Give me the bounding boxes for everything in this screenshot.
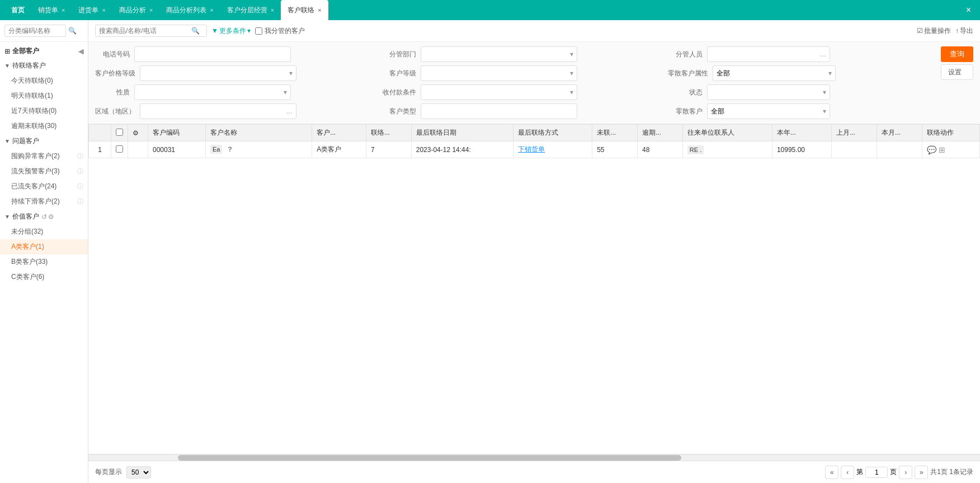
sidebar-item-hoarding[interactable]: 囤购异常客户(2) ⓘ: [0, 149, 88, 164]
nav-tab-goods-list[interactable]: 商品分析列表 ×: [159, 0, 220, 20]
filter-retailcust-value: 全部: [711, 107, 724, 116]
th-action: 联络动作: [922, 125, 979, 141]
filter-my-customers[interactable]: 我分管的客户: [255, 26, 305, 36]
table-select-all[interactable]: [116, 129, 123, 136]
sidebar-group-value-refresh[interactable]: ↺: [41, 213, 47, 221]
sidebar-group-value-settings[interactable]: ⚙: [48, 213, 54, 221]
sidebar-item-lostwarning[interactable]: 流失预警客户(3) ⓘ: [0, 164, 88, 179]
sidebar-collapse-icon[interactable]: ◀: [78, 48, 83, 55]
sidebar-item-class-c[interactable]: C类客户(6): [0, 269, 88, 285]
filter-nature-select[interactable]: ▾: [134, 84, 291, 100]
filter-payment-label: 收付款条件: [381, 88, 421, 97]
filter-dept-field: 分管部门 ▾: [381, 46, 646, 62]
export-icon: ↑: [955, 27, 959, 35]
sidebar-item-ungroup[interactable]: 未分组(32): [0, 224, 88, 239]
filter-customerlevel-label: 客户等级: [381, 69, 421, 78]
filter-status-select[interactable]: ▾: [707, 84, 830, 100]
sidebar-group-pending[interactable]: ▼ 待联络客户: [0, 58, 88, 73]
nav-tab-purchase-close[interactable]: ×: [102, 7, 105, 13]
query-button[interactable]: 查询: [941, 46, 973, 62]
nav-tab-home[interactable]: 首页: [4, 0, 31, 20]
filter-pricelevel-label: 客户价格等级: [95, 69, 140, 78]
filter-phone-label: 电话号码: [95, 50, 134, 59]
per-page-select[interactable]: 50: [126, 466, 151, 479]
sidebar-all-customers[interactable]: ⊞ 全部客户 ◀: [0, 42, 88, 58]
th-lastmethod: 最后联络方式: [513, 125, 592, 141]
filter-retailcust-label: 零散客户: [668, 107, 707, 116]
filter-retailattr-select[interactable]: 全部 ▾: [713, 65, 836, 81]
setting-button[interactable]: 设置: [941, 64, 973, 80]
td-lastmethod-link-1[interactable]: 下销货单: [518, 145, 545, 153]
td-nocontact-1: 55: [592, 141, 638, 158]
nav-tab-sales-close[interactable]: ×: [62, 7, 65, 13]
sidebar-item-lostwarning-label: 流失预警客户(3): [11, 167, 60, 176]
horizontal-scrollbar[interactable]: [88, 454, 980, 461]
customer-table: ⚙ 客户编码 客户名称 客户... 联络... 最后联络日期 最后联络方式 未联…: [88, 124, 980, 158]
sidebar-item-hoarding-info[interactable]: ⓘ: [77, 152, 83, 160]
th-seq: [89, 125, 111, 141]
close-all-button[interactable]: ×: [962, 5, 976, 15]
sidebar-item-overdue[interactable]: 逾期未联络(30): [0, 119, 88, 134]
filter-my-customers-checkbox[interactable]: [255, 27, 262, 35]
filter-customerlevel-select[interactable]: ▾: [421, 65, 577, 81]
sidebar-item-lost-info[interactable]: ⓘ: [77, 182, 83, 191]
export-button[interactable]: ↑ 导出: [955, 26, 973, 36]
sidebar-item-today[interactable]: 今天待联络(0): [0, 73, 88, 88]
td-contactperson-1: RE .: [682, 141, 772, 158]
filter-phone-input[interactable]: [134, 46, 291, 62]
nav-tab-customer-layer-close[interactable]: ×: [271, 7, 274, 13]
sidebar-item-declining-info[interactable]: ⓘ: [77, 197, 83, 206]
nav-tab-sales[interactable]: 销货单 ×: [31, 0, 72, 20]
sidebar-item-class-b-label: B类客户(33): [11, 257, 48, 267]
td-yearamount-1: 10995.00: [772, 141, 831, 158]
batch-op-button[interactable]: ☑ 批量操作: [917, 26, 951, 36]
filter-retailcust-select[interactable]: 全部 ▾: [707, 103, 830, 119]
prev-page-button[interactable]: ‹: [841, 466, 854, 479]
last-page-button[interactable]: »: [915, 466, 928, 479]
sidebar-search-icon[interactable]: 🔍: [68, 27, 77, 35]
row-checkbox-1[interactable]: [116, 145, 123, 153]
table-container: ⚙ 客户编码 客户名称 客户... 联络... 最后联络日期 最后联络方式 未联…: [88, 124, 980, 454]
next-page-button[interactable]: ›: [899, 466, 912, 479]
td-name-text-1: ？: [227, 145, 233, 153]
th-gear[interactable]: ⚙: [128, 125, 148, 141]
row-share-icon-1[interactable]: ⊞: [939, 145, 945, 154]
nav-tab-customer-contact[interactable]: 客户联络 ×: [281, 0, 328, 20]
per-page-label: 每页显示: [95, 467, 122, 477]
nav-tab-customer-contact-close[interactable]: ×: [318, 7, 321, 13]
scroll-thumb[interactable]: [178, 455, 681, 461]
td-check-1[interactable]: [111, 141, 128, 158]
sidebar-item-lostwarning-info[interactable]: ⓘ: [77, 167, 83, 176]
nav-tab-customer-layer[interactable]: 客户分层经营 ×: [220, 0, 281, 20]
nav-tab-goods-list-close[interactable]: ×: [210, 7, 213, 13]
page-input[interactable]: [865, 467, 888, 478]
sidebar-item-declining[interactable]: 持续下滑客户(2) ⓘ: [0, 194, 88, 209]
filter-payment-select[interactable]: ▾: [421, 84, 577, 100]
sidebar-item-lost[interactable]: 已流失客户(24) ⓘ: [0, 179, 88, 194]
sidebar-item-tomorrow[interactable]: 明天待联络(1): [0, 88, 88, 103]
filter-dept-select[interactable]: ▾: [421, 46, 577, 62]
first-page-button[interactable]: «: [825, 466, 838, 479]
sidebar-search-input[interactable]: [4, 25, 66, 37]
row-chat-icon-1[interactable]: 💬: [927, 145, 936, 154]
table-row: 1 000031 Ea ？ A类客户 7 2023-04-12 14:44:: [89, 141, 980, 158]
nav-tab-goods-analysis[interactable]: 商品分析 ×: [112, 0, 159, 20]
sidebar-item-class-a[interactable]: A类客户(1): [0, 239, 88, 254]
sidebar-group-value[interactable]: ▼ 价值客户 ↺ ⚙: [0, 209, 88, 224]
filter-region-select[interactable]: …: [140, 103, 296, 119]
nav-tab-goods-analysis-close[interactable]: ×: [149, 7, 153, 13]
filter-payment-arrow: ▾: [570, 88, 573, 96]
sidebar-item-7days[interactable]: 近7天待联络(0): [0, 103, 88, 119]
filter-custtype-select[interactable]: [421, 103, 577, 119]
sidebar-all-customers-label: 全部客户: [12, 46, 39, 56]
filter-pricelevel-select[interactable]: ▾: [140, 65, 296, 81]
nav-tab-purchase[interactable]: 进货单 ×: [72, 0, 112, 20]
sidebar-group-problem[interactable]: ▼ 问题客户: [0, 134, 88, 149]
filter-more-button[interactable]: ▼ 更多条件 ▾: [211, 26, 251, 36]
sidebar-item-class-b[interactable]: B类客户(33): [0, 254, 88, 269]
filter-search-icon[interactable]: 🔍: [191, 27, 200, 35]
filter-nature-field: 性质 ▾: [95, 84, 359, 100]
filter-search-input[interactable]: [99, 27, 191, 35]
table-header-row: ⚙ 客户编码 客户名称 客户... 联络... 最后联络日期 最后联络方式 未联…: [89, 125, 980, 141]
filter-staff-select[interactable]: …: [707, 46, 830, 62]
